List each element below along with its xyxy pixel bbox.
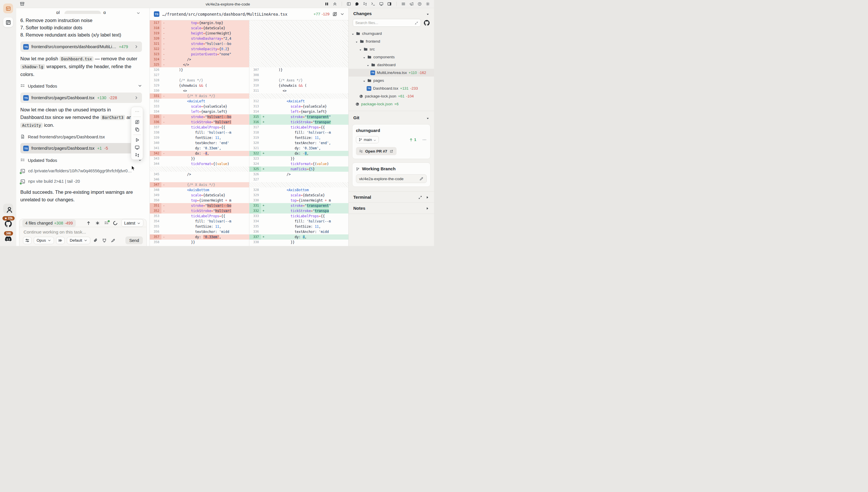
megaphone-icon[interactable] — [409, 2, 414, 6]
diff-line[interactable]: 344 tickFormat={(value) — [150, 161, 249, 167]
diff-line[interactable]: 350 top={innerHeight + m — [150, 198, 249, 203]
pen-icon[interactable] — [111, 238, 116, 243]
edit-branch-icon[interactable] — [419, 177, 424, 181]
fast-forward-button[interactable] — [56, 237, 65, 244]
diff-line[interactable]: 341 dy: '0.33em', — [150, 146, 249, 151]
rail-person-button[interactable] — [3, 204, 13, 214]
attach-icon[interactable] — [93, 238, 98, 243]
copy-icon[interactable] — [135, 127, 140, 132]
diff-line[interactable]: 308 — [249, 73, 348, 78]
tree-item-pages[interactable]: pages — [349, 77, 434, 84]
changes-section-header[interactable]: Changes — [349, 8, 434, 18]
collapse-tree-icon[interactable] — [415, 21, 418, 25]
diff-line[interactable]: 352- tickStroke="hsl(var( — [150, 208, 249, 214]
diff-line[interactable]: 324- /> — [150, 57, 249, 62]
diff-line[interactable]: 323- pointerEvents="none" — [150, 52, 249, 57]
chat-messages[interactable]: p|g6. Remove zoom instruction noise7. So… — [16, 8, 149, 246]
gear-icon[interactable] — [426, 2, 430, 6]
github-icon[interactable] — [424, 20, 430, 26]
tree-item-churnguard[interactable]: churnguard — [349, 30, 434, 38]
diff-line[interactable]: 358 }} — [150, 240, 249, 245]
chat-bubble-icon[interactable] — [355, 2, 359, 6]
play-icon[interactable] — [135, 138, 140, 143]
diff-line[interactable]: 327 — [249, 177, 348, 182]
diff-line[interactable]: 316+ tickStroke="transpar — [249, 120, 348, 125]
diff-line[interactable]: 336 textAnchor: 'midd — [249, 229, 348, 235]
chevron-down-icon[interactable] — [340, 12, 344, 16]
tree-item-dashboard[interactable]: dashboard — [349, 61, 434, 69]
diff-line[interactable]: 319- height={innerHeight} — [150, 31, 249, 36]
send-button[interactable]: Send — [125, 237, 143, 244]
diff-line[interactable]: 326 /> — [249, 172, 348, 177]
diff-line[interactable]: 320 textAnchor: 'end', — [249, 141, 348, 146]
model-selector[interactable]: Opus — [34, 237, 54, 244]
git-compare-icon[interactable] — [363, 2, 367, 6]
diff-line[interactable]: 337 tickLabelProps={{ — [150, 125, 249, 130]
diff-line[interactable]: 333 tickLabelProps={{ — [249, 214, 348, 219]
tree-item-package-lock-json[interactable]: package-lock.json+6 — [349, 100, 434, 108]
open-in-editor-icon[interactable] — [332, 11, 337, 17]
diff-line[interactable]: 330 <> — [150, 88, 249, 93]
tree-item-components[interactable]: components — [349, 53, 434, 61]
diff-line[interactable]: 323 }} — [249, 156, 348, 161]
panel-right-icon[interactable] — [387, 2, 392, 6]
diff-line[interactable]: 326 )} — [150, 67, 249, 73]
updated-todos-row[interactable]: Updated Todos — [20, 82, 142, 90]
archive-icon[interactable] — [20, 1, 25, 6]
pause-icon[interactable] — [325, 2, 329, 6]
branch-selector[interactable]: main — [356, 136, 379, 143]
diff-line[interactable]: 348 <AxisBottom — [150, 188, 249, 193]
diff-line[interactable]: 311 <> — [249, 88, 348, 93]
collapse-up-icon[interactable] — [333, 2, 337, 6]
diff-line[interactable]: 332+ tickStroke="transpa — [249, 208, 348, 214]
diff-line[interactable]: 336- tickStroke="hsl(var( — [150, 120, 249, 125]
diff-line[interactable]: 343 }} — [150, 156, 249, 161]
search-input[interactable]: Search files... — [353, 19, 421, 27]
file-change-chip[interactable]: TSfrontend/src/pages/Dashboard.tsx+1-5 — [20, 143, 142, 153]
terminal-icon[interactable] — [371, 2, 375, 6]
diff-line[interactable]: 321 dy: '0.33em', — [249, 146, 348, 151]
diff-line[interactable]: 318- scale={dateScale} — [150, 26, 249, 31]
dots-icon[interactable] — [135, 109, 140, 114]
diff-line[interactable]: 351- stroke="hsl(var(--bo — [150, 203, 249, 208]
diff-line[interactable]: 330 top={innerHeight + m — [249, 198, 348, 203]
diff-line[interactable]: 321- stroke="hsl(var(--bo — [150, 41, 249, 46]
diff-line[interactable]: 331+ stroke="transparent" — [249, 203, 348, 208]
tree-item-multilinearea-tsx[interactable]: TSMultiLineArea.tsx+110-162 — [349, 69, 434, 77]
diff-line[interactable]: 353 tickLabelProps={{ — [150, 214, 249, 219]
todos-status-icon[interactable] — [104, 221, 109, 225]
tree-item-package-lock-json[interactable]: package-lock.json+61-104 — [349, 92, 434, 100]
monitor-icon[interactable] — [379, 2, 383, 6]
diff-line[interactable]: 335 fontSize: 11, — [249, 224, 348, 229]
diff-right-col[interactable]: 307 )}308309 {/* Axes */}310 {showAxis &… — [249, 20, 348, 246]
working-branch-field[interactable]: vk/4e2a-explore-the-code — [356, 174, 427, 183]
git-compare-icon[interactable] — [135, 153, 140, 157]
rail-layout-button[interactable] — [3, 3, 13, 13]
diff-line[interactable]: 322+ dx: -8, — [249, 151, 348, 156]
diff-line[interactable]: 339 fontSize: 11, — [150, 135, 249, 141]
diff-line[interactable]: 329 scale={dateScale} — [249, 193, 348, 198]
diff-line[interactable]: 309 {/* Axes */} — [249, 78, 348, 83]
diff-line[interactable]: 314 left={margin.left} — [249, 109, 348, 114]
diff-line[interactable]: 354 fill: 'hsl(var(--m — [150, 219, 249, 224]
diff-line[interactable]: 335- stroke="hsl(var(--bo — [150, 114, 249, 120]
diff-line[interactable]: 340 textAnchor: 'end' — [150, 141, 249, 146]
monitor-icon[interactable] — [135, 145, 140, 150]
cat-icon[interactable] — [102, 238, 107, 243]
diff-line[interactable]: 324 tickFormat={(value) — [249, 161, 348, 167]
diff-line[interactable]: 338 }} — [249, 240, 348, 245]
files-changed-pill[interactable]: 4 files changed +308 -499 — [22, 219, 76, 227]
diff-line[interactable]: 357- dy: '0.33em', — [150, 235, 249, 240]
diff-line[interactable]: 318 fill: 'hsl(var(--m — [249, 130, 348, 135]
file-change-chip[interactable]: TSfrontend/src/pages/Dashboard.tsx+130-2… — [20, 93, 142, 103]
diff-line[interactable]: 312 <AxisLeft — [249, 99, 348, 104]
rail-discord-button[interactable]: 346 — [3, 234, 13, 244]
zed-icon[interactable] — [135, 120, 140, 124]
diff-line[interactable]: 334 left={margin.left} — [150, 109, 249, 114]
diff-line[interactable]: 320- strokeDasharray="2,4 — [150, 36, 249, 41]
more-options-icon[interactable] — [422, 138, 427, 142]
composer-settings-button[interactable] — [23, 237, 32, 244]
notes-section-header[interactable]: Notes — [349, 202, 434, 214]
diff-line[interactable]: 331- {/* Y Axis */} — [150, 93, 249, 99]
menu-icon[interactable] — [401, 2, 405, 6]
